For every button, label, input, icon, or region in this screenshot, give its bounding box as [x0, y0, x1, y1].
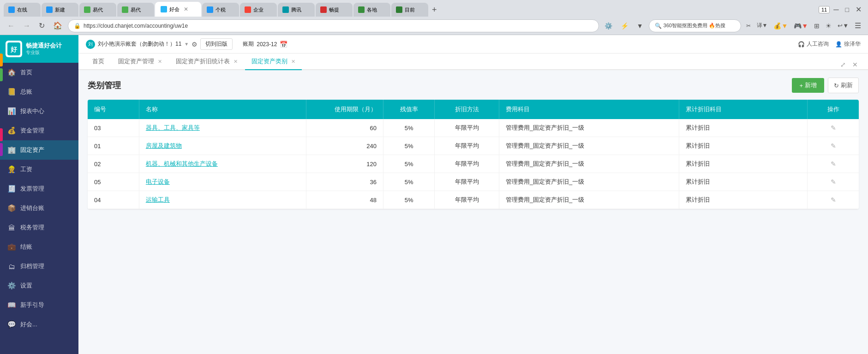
browser-tab-8[interactable]: 腾讯: [278, 3, 315, 17]
minimize-window[interactable]: ─: [831, 5, 841, 15]
edit-icon-row2[interactable]: ✎: [831, 142, 836, 150]
sidebar-label-home: 首页: [20, 68, 32, 77]
home-button[interactable]: 🏠: [50, 20, 65, 31]
user-profile[interactable]: 👤 徐泽华: [835, 40, 861, 48]
sidebar-item-chat[interactable]: 💬 好会...: [0, 315, 78, 334]
row1-accumulated: 累计折旧: [679, 119, 808, 137]
settings-icon: ⚙️: [7, 282, 16, 290]
guide-icon: 📖: [7, 301, 16, 309]
row3-action[interactable]: ✎: [808, 155, 859, 173]
sidebar-item-tax[interactable]: 🏛 税务管理: [0, 218, 78, 237]
row2-action[interactable]: ✎: [808, 137, 859, 155]
switch-version-btn[interactable]: 切到旧版: [200, 38, 233, 50]
user-info: 刘 刘小艳演示账套（勿删勿动！）11 ▼ ⚙ 切到旧版: [86, 38, 233, 50]
browser-tab-7[interactable]: 企业: [240, 3, 277, 17]
extensions-button[interactable]: ⚙️: [602, 21, 615, 31]
row1-name: 器具、工具、家具等: [139, 119, 306, 137]
edit-icon-row4[interactable]: ✎: [831, 178, 836, 186]
ssl-icon: 🔒: [74, 23, 81, 29]
category-tab-label: 固定资产类别: [251, 57, 287, 66]
tax-icon: 🏛: [7, 224, 16, 232]
calendar-icon[interactable]: 📅: [280, 41, 287, 48]
currency-tool[interactable]: 💰▼: [771, 21, 790, 30]
page-tab-category[interactable]: 固定资产类别 ✕: [245, 54, 302, 70]
sidebar-item-funds[interactable]: 💰 资金管理: [0, 121, 78, 140]
category-table: 编号 名称 使用期限（月） 残值率 折旧方法 费用科目 累计折旧科目 操作 03…: [88, 100, 859, 209]
sidebar-item-archive[interactable]: 🗂 归档管理: [0, 257, 78, 276]
sidebar-item-home[interactable]: 🏠 首页: [0, 63, 78, 82]
user-dropdown[interactable]: ▼: [184, 42, 189, 47]
browser-tab-2[interactable]: 新建: [42, 3, 78, 17]
row5-months: 48: [306, 191, 383, 209]
settings-gear-icon[interactable]: ⚙: [192, 41, 198, 48]
expand-button[interactable]: ▼: [634, 21, 646, 31]
game-tool[interactable]: 🎮▼: [791, 21, 810, 30]
history-back[interactable]: ↩▼: [835, 21, 851, 30]
refresh-button[interactable]: ↻ 刷新: [828, 78, 859, 93]
new-tab-button[interactable]: +: [429, 5, 440, 15]
grid-tool[interactable]: ⊞: [812, 21, 822, 30]
url-text: https://cloud.chanjet.com/accounting/uw1…: [84, 23, 188, 29]
sun-tool[interactable]: ☀: [823, 21, 834, 30]
row3-method: 年限平均: [435, 155, 499, 173]
depreciation-tab-label: 固定资产折旧统计表: [176, 57, 230, 66]
browser-tab-3[interactable]: 易代: [79, 3, 116, 17]
maximize-window[interactable]: □: [843, 5, 852, 14]
assets-tab-close[interactable]: ✕: [158, 59, 162, 65]
browser-tab-10[interactable]: 各地: [353, 3, 390, 17]
browser-tab-9[interactable]: 畅提: [316, 3, 353, 17]
sidebar-item-reports[interactable]: 📊 报表中心: [0, 102, 78, 121]
browser-tab-6[interactable]: 个税: [202, 3, 239, 17]
consult-btn[interactable]: 🎧 人工咨询: [798, 40, 829, 48]
browser-tab-5-active[interactable]: 好会 ✕: [155, 2, 201, 17]
sidebar-label-ledger: 总账: [20, 88, 32, 96]
translate-tool[interactable]: 译▼: [754, 21, 770, 30]
row4-accumulated: 累计折旧: [679, 173, 808, 191]
sidebar-item-invoices[interactable]: 🧾 发票管理: [0, 179, 78, 198]
page-tab-depreciation[interactable]: 固定资产折旧统计表 ✕: [169, 54, 244, 70]
add-category-button[interactable]: + 新增: [792, 78, 824, 93]
sidebar-item-fixed-assets[interactable]: 🏢 固定资产: [0, 140, 78, 160]
row1-action[interactable]: ✎: [808, 119, 859, 137]
sidebar-label-guide: 新手引导: [20, 301, 44, 309]
browser-tab-11[interactable]: 目前: [391, 3, 428, 17]
edit-icon-row3[interactable]: ✎: [831, 160, 836, 168]
row4-action[interactable]: ✎: [808, 173, 859, 191]
period-label: 账期: [243, 40, 254, 48]
browser-toolbar-right: ✂ 译▼ 💰▼ 🎮▼ ⊞ ☀ ↩▼ ☰: [744, 20, 863, 31]
row5-name: 运输工具: [139, 191, 306, 209]
forward-button[interactable]: →: [20, 20, 33, 31]
reload-button[interactable]: ↻: [36, 20, 48, 31]
search-bar[interactable]: 🔍 360智能抠图免费用 🔥热搜: [649, 19, 741, 32]
category-tab-close[interactable]: ✕: [291, 59, 295, 65]
sidebar-item-close-period[interactable]: 💼 结账: [0, 237, 78, 257]
consult-label: 人工咨询: [807, 40, 829, 48]
period-info: 账期 2023-12 📅: [243, 40, 287, 48]
browser-tab-4[interactable]: 易代: [117, 3, 154, 17]
row5-action[interactable]: ✎: [808, 191, 859, 209]
edit-icon-row5[interactable]: ✎: [831, 196, 836, 204]
sidebar-item-general-ledger[interactable]: 📒 总账: [0, 82, 78, 102]
tab-maximize[interactable]: ⤢: [838, 60, 849, 69]
svg-text:好: 好: [10, 46, 18, 53]
sidebar-item-settings[interactable]: ⚙️ 设置: [0, 276, 78, 295]
more-menu[interactable]: ☰: [852, 20, 863, 31]
sidebar-item-inventory[interactable]: 📦 进销台账: [0, 198, 78, 218]
back-button[interactable]: ←: [5, 20, 18, 31]
row3-accumulated: 累计折旧: [679, 155, 808, 173]
close-window[interactable]: ✕: [853, 4, 864, 15]
address-bar[interactable]: 🔒 https://cloud.chanjet.com/accounting/u…: [68, 19, 599, 32]
tab5-close[interactable]: ✕: [184, 6, 188, 12]
page-tab-home[interactable]: 首页: [86, 54, 111, 70]
row2-residual: 5%: [383, 137, 435, 155]
edit-icon-row1[interactable]: ✎: [831, 124, 836, 132]
bookmark-button[interactable]: ⚡: [618, 21, 631, 31]
cut-tool[interactable]: ✂: [744, 22, 753, 30]
browser-tab-1[interactable]: 在线: [4, 3, 41, 17]
sidebar-item-payroll[interactable]: 👷 工资: [0, 160, 78, 179]
tab-close-all[interactable]: ✕: [850, 60, 861, 69]
depreciation-tab-close[interactable]: ✕: [233, 59, 238, 65]
page-tab-fixed-assets[interactable]: 固定资产管理 ✕: [112, 54, 168, 70]
top-bar-right: 🎧 人工咨询 👤 徐泽华: [798, 40, 861, 48]
sidebar-item-guide[interactable]: 📖 新手引导: [0, 295, 78, 315]
